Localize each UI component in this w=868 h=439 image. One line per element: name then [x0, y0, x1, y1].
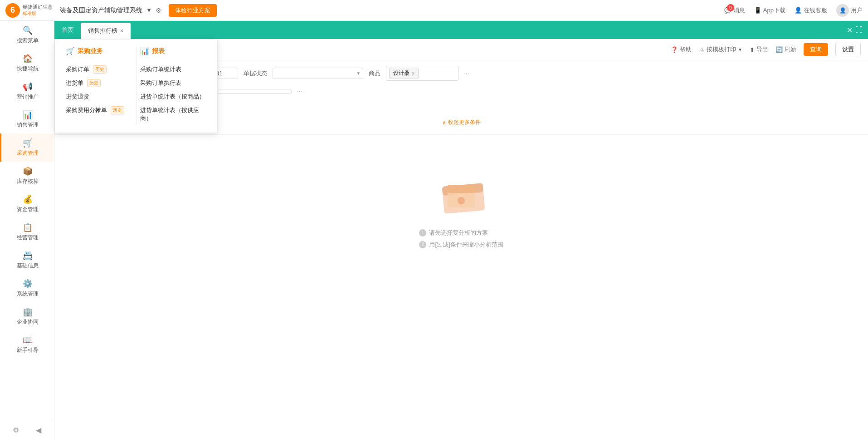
sidebar-item-sales[interactable]: 📊销售管理 [0, 105, 54, 133]
sidebar-bottom: ⚙ ◀ [0, 421, 54, 439]
sidebar-label-enterprise: 企业协同 [17, 318, 39, 326]
tab-bar-close-button[interactable]: ✕ [847, 26, 853, 35]
sidebar-item-marketing[interactable]: 📢营销推广 [0, 77, 54, 105]
sidebar-label-inventory: 库存核算 [17, 178, 39, 185]
sidebar-item-search[interactable]: 🔍搜索菜单 [0, 21, 54, 49]
report-menu-item[interactable]: 采购订单执行表 [140, 76, 207, 90]
tab-bar: 首页 销售排行榜 × ✕ ⛶ [54, 21, 868, 39]
purchase-business-col: 🛒 采购业务 采购订单历史进货单历史进货退货采购费用分摊单历史 [62, 47, 137, 125]
print-label: 按模板打印 [707, 45, 736, 54]
settings-button[interactable]: 设置 [835, 43, 861, 56]
sidebar-icon-basic-info: 📇 [23, 251, 33, 261]
sidebar-collapse-button[interactable]: ◀ [36, 426, 41, 434]
phone-icon: 📱 [754, 7, 761, 14]
sidebar-settings-button[interactable]: ⚙ [13, 426, 19, 434]
sidebar-icon-enterprise: 🏢 [23, 307, 33, 317]
order-status-select[interactable] [273, 68, 363, 79]
report-menu-item[interactable]: 进货单统计表（按供应商） [140, 104, 207, 125]
online-service-item[interactable]: 👤 在线客服 [795, 6, 827, 15]
sidebar-icon-purchase: 🛒 [23, 138, 33, 148]
top-right: 💬 9 消息 📱 App下载 👤 在线客服 👤 用户 [724, 4, 863, 17]
sidebar-label-search: 搜索菜单 [17, 37, 39, 44]
report-menu-item[interactable]: 进货单统计表（按商品） [140, 90, 207, 104]
sidebar-item-purchase[interactable]: 🛒采购管理 [0, 133, 54, 162]
tab-bar-right: ✕ ⛶ [847, 26, 868, 35]
help-icon: ❓ [671, 46, 678, 53]
tab-sales-rank-label: 销售排行榜 [88, 27, 117, 35]
salesperson-filter[interactable] [210, 89, 292, 94]
empty-tips: 1 请先选择要分析的方案 2 用[过滤]条件来缩小分析范围 [419, 227, 503, 251]
export-label: 导出 [756, 45, 768, 54]
sidebar-item-quick-nav[interactable]: 🏠快捷导航 [0, 49, 54, 77]
sidebar-label-quick-nav: 快捷导航 [17, 65, 39, 73]
industry-button[interactable]: 体验行业方案 [169, 4, 217, 17]
history-badge: 历史 [87, 79, 101, 87]
goods-label: 商品 [369, 69, 380, 78]
sidebar-label-purchase: 采购管理 [17, 149, 39, 157]
purchase-menu-item[interactable]: 采购费用分摊单历史 [66, 104, 132, 117]
purchase-report-title: 📊 报表 [140, 47, 207, 57]
purchase-menu-item[interactable]: 进货单历史 [66, 76, 132, 90]
sidebar-label-basic-info: 基础信息 [17, 262, 39, 270]
query-button[interactable]: 查询 [804, 43, 828, 56]
sidebar-item-guide[interactable]: 📖新手引导 [0, 330, 54, 359]
help-label: 帮助 [680, 45, 692, 54]
empty-state: 1 请先选择要分析的方案 2 用[过滤]条件来缩小分析范围 [54, 135, 868, 287]
sidebar-label-system: 系统管理 [17, 290, 39, 298]
messages-label: 消息 [733, 6, 745, 15]
sidebar-item-enterprise[interactable]: 🏢企业协同 [0, 302, 54, 330]
sidebar-item-finance[interactable]: 💰资金管理 [0, 190, 54, 218]
system-dropdown-button[interactable]: ▼ [146, 7, 152, 14]
sidebar-items: 🔍搜索菜单🏠快捷导航📢营销推广📊销售管理🛒采购管理📦库存核算💰资金管理📋经营管理… [0, 21, 54, 359]
user-item[interactable]: 👤 用户 [836, 4, 863, 17]
sidebar-item-system[interactable]: ⚙️系统管理 [0, 274, 54, 302]
print-dropdown-icon: ▼ [738, 47, 742, 52]
sidebar-item-inventory[interactable]: 📦库存核算 [0, 162, 54, 190]
help-item[interactable]: ❓ 帮助 [671, 45, 692, 54]
purchase-dropdown-menu: 🛒 采购业务 采购订单历史进货单历史进货退货采购费用分摊单历史 📊 报表 采购订… [54, 39, 218, 133]
sidebar-icon-operations: 📋 [23, 222, 33, 232]
purchase-business-title: 🛒 采购业务 [66, 47, 132, 57]
refresh-icon: 🔄 [775, 46, 783, 53]
refresh-label: 刷新 [785, 45, 796, 54]
salesperson-more[interactable]: ··· [297, 88, 302, 94]
sidebar-label-operations: 经营管理 [17, 234, 39, 242]
sidebar: 🔍搜索菜单🏠快捷导航📢营销推广📊销售管理🛒采购管理📦库存核算💰资金管理📋经营管理… [0, 21, 54, 439]
empty-icon [434, 171, 488, 218]
print-item[interactable]: 🖨 按模板打印 ▼ [699, 45, 742, 54]
sidebar-item-basic-info[interactable]: 📇基础信息 [0, 246, 54, 274]
tab-bar-expand-button[interactable]: ⛶ [855, 26, 863, 34]
empty-tip-1: 1 请先选择要分析的方案 [419, 227, 503, 239]
svg-rect-4 [448, 185, 475, 193]
service-icon: 👤 [795, 7, 802, 14]
goods-tag: 设计桑 × [389, 68, 419, 79]
logo-icon: 6 [5, 3, 20, 18]
export-item[interactable]: ⬆ 导出 [750, 45, 768, 54]
goods-more[interactable]: ··· [464, 70, 469, 77]
top-bar: 6 畅捷通好生意 标准版 装备及固定资产辅助管理系统 ▼ ⚙ 体验行业方案 💬 … [0, 0, 868, 21]
tab-close-icon[interactable]: × [120, 28, 123, 34]
logo-text-line1: 畅捷通好生意 [23, 4, 53, 10]
settings-icon[interactable]: ⚙ [156, 7, 161, 14]
avatar: 👤 [836, 4, 849, 17]
purchase-menu-item[interactable]: 采购订单历史 [66, 63, 132, 76]
export-icon: ⬆ [750, 46, 755, 53]
history-badge: 历史 [93, 65, 107, 74]
collapse-icon: ∧ [442, 119, 446, 126]
messages-item[interactable]: 💬 9 消息 [724, 6, 745, 15]
goods-tag-close[interactable]: × [411, 70, 414, 77]
app-download-item[interactable]: 📱 App下载 [754, 6, 785, 15]
purchase-report-col: 📊 报表 采购订单统计表采购订单执行表进货单统计表（按商品）进货单统计表（按供应… [137, 47, 210, 125]
refresh-item[interactable]: 🔄 刷新 [775, 45, 796, 54]
tab-home-label: 首页 [62, 26, 73, 34]
sidebar-item-operations[interactable]: 📋经营管理 [0, 218, 54, 246]
goods-filter[interactable]: 设计桑 × [386, 66, 458, 81]
report-menu-item[interactable]: 采购订单统计表 [140, 63, 207, 76]
tab-sales-rank[interactable]: 销售排行榜 × [81, 23, 131, 39]
purchase-menu-item[interactable]: 进货退货 [66, 90, 132, 104]
sidebar-icon-quick-nav: 🏠 [23, 54, 33, 64]
sidebar-icon-finance: 💰 [23, 194, 33, 204]
tab-home[interactable]: 首页 [54, 21, 81, 39]
svg-point-5 [458, 197, 465, 204]
empty-illustration [434, 171, 488, 217]
